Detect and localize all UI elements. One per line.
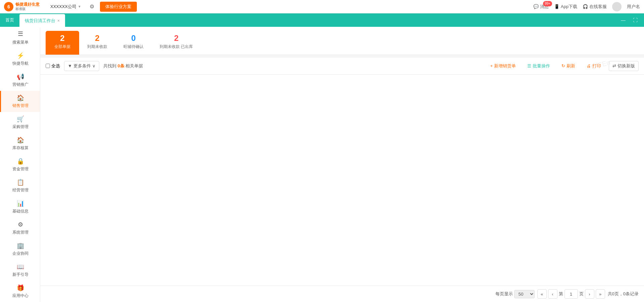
app-download-button[interactable]: 📱 App下载 [554, 4, 577, 10]
main-layout: ☰ 搜索菜单 ⚡ 快捷导航 📢 营销推广 🏠 销售管理 🛒 采购管理 🏠 库存核… [0, 27, 644, 302]
stat-overdue-out-label: 到期未收款 已出库 [160, 44, 193, 50]
company-name: XXXXXX公司 [50, 4, 76, 10]
search-menu-icon: ☰ [18, 30, 23, 38]
add-icon: + [490, 63, 493, 68]
sidebar-item-label: 资金管理 [12, 166, 29, 172]
stat-all-number: 2 [60, 34, 64, 43]
operations-icon: 📋 [17, 179, 24, 186]
sidebar-item-sales[interactable]: 🏠 销售管理 [0, 91, 40, 112]
sidebar-item-label: 库存核算 [12, 145, 29, 151]
sidebar-item-label: 经营管理 [12, 187, 29, 193]
tab-minimize-button[interactable]: — [619, 15, 628, 25]
add-order-button[interactable]: + 新增销货单 [486, 61, 520, 71]
tab-work[interactable]: 钱货日清工作台 × [19, 14, 65, 27]
first-page-icon: « [541, 292, 543, 297]
page-size-selector: 每页显示 50 100 200 [495, 290, 535, 298]
print-btn-label: 打印 [592, 63, 601, 69]
quick-nav-icon: ⚡ [17, 52, 24, 59]
logo-text: 畅捷通好生意 标准版 [15, 2, 40, 11]
filter-chevron-icon: ∨ [92, 63, 96, 68]
refresh-btn-label: 刷新 [567, 63, 575, 69]
service-icon: 🎧 [583, 4, 588, 9]
tab-home[interactable]: 首页 [0, 13, 19, 27]
tab-bar: 首页 钱货日清工作台 × — ⛶ [0, 13, 644, 27]
sidebar-item-label: 采购管理 [12, 124, 29, 130]
stat-overdue-out-number: 2 [174, 34, 178, 43]
stat-overdue-number: 2 [95, 34, 99, 43]
avatar[interactable] [612, 2, 622, 11]
top-header: 6 畅捷通好生意 标准版 XXXXXX公司 ▼ ⚙ 体验行业方案 💬 消息 99… [0, 0, 644, 13]
sidebar-item-label: 销售管理 [12, 103, 29, 109]
select-all-input[interactable] [46, 64, 50, 68]
tab-work-label: 钱货日清工作台 [25, 18, 55, 24]
first-page-button[interactable]: « [537, 289, 547, 299]
stats-tabs: 2 全部单据 2 到期未收款 0 旺辅待确认 2 到期未收款 已出库 [40, 27, 644, 55]
stat-tab-overdue[interactable]: 2 到期未收款 [79, 31, 115, 55]
stat-tab-pending[interactable]: 0 旺辅待确认 [115, 31, 152, 55]
sidebar-item-label: 新手引导 [12, 272, 29, 278]
prev-page-button[interactable]: ‹ [548, 289, 557, 299]
tab-close-icon[interactable]: × [57, 18, 60, 23]
base-info-icon: 📊 [17, 200, 24, 207]
stat-tab-overdue-out[interactable]: 2 到期未收款 已出库 [152, 31, 201, 55]
print-button[interactable]: 🖨 打印 [583, 61, 605, 71]
more-filter-label: 更多条件 [73, 63, 91, 69]
content-area: 2 全部单据 2 到期未收款 0 旺辅待确认 2 到期未收款 已出库 全选 [40, 27, 644, 302]
batch-operation-button[interactable]: ☰ 批量操作 [524, 61, 554, 71]
refresh-icon: ↻ [561, 63, 565, 68]
message-button[interactable]: 💬 消息 99+ [533, 4, 549, 10]
sidebar-item-guide[interactable]: 📖 新手引导 [0, 260, 40, 281]
gear-icon: ⚙ [90, 3, 94, 10]
last-page-button[interactable]: » [596, 289, 605, 299]
sales-icon: 🏠 [17, 94, 24, 102]
more-filter-button[interactable]: ▼ 更多条件 ∨ [64, 61, 99, 71]
sidebar-item-base-info[interactable]: 📊 基础信息 [0, 196, 40, 218]
switch-version-button[interactable]: ⇄ 切换新版 [609, 61, 639, 71]
service-label: 在线客服 [589, 4, 607, 10]
sidebar-item-app-center[interactable]: 🎁 应用中心 [0, 281, 40, 302]
sidebar: ☰ 搜索菜单 ⚡ 快捷导航 📢 营销推广 🏠 销售管理 🛒 采购管理 🏠 库存核… [0, 27, 40, 302]
online-service-button[interactable]: 🎧 在线客服 [583, 4, 607, 10]
select-all-checkbox[interactable]: 全选 [46, 63, 60, 69]
sidebar-item-operations[interactable]: 📋 经营管理 [0, 175, 40, 196]
page-suffix: 页 [579, 291, 584, 297]
guide-icon: 📖 [17, 263, 24, 270]
sidebar-item-marketing[interactable]: 📢 营销推广 [0, 70, 40, 91]
next-page-icon: › [589, 292, 590, 297]
toolbar-right: + 新增销货单 ☰ 批量操作 ↻ 刷新 🖨 打印 ⇄ 切换新版 [486, 61, 639, 71]
enterprise-icon: 🏢 [17, 242, 24, 249]
page-label: 第 [559, 291, 563, 297]
stat-tab-all[interactable]: 2 全部单据 [46, 31, 79, 55]
page-number-input[interactable] [565, 289, 578, 299]
next-page-button[interactable]: › [585, 289, 594, 299]
settings-button[interactable]: ⚙ [87, 2, 97, 11]
username[interactable]: 用户名 [627, 4, 640, 10]
stat-all-label: 全部单据 [54, 44, 70, 50]
sidebar-item-inventory[interactable]: 🏠 库存核算 [0, 133, 40, 154]
tab-bar-actions: — ⛶ [619, 15, 644, 25]
tab-maximize-button[interactable]: ⛶ [631, 15, 640, 25]
sidebar-item-system[interactable]: ⚙ 系统管理 [0, 218, 40, 239]
per-page-label: 每页显示 [495, 291, 513, 297]
finance-icon: 🔒 [17, 158, 24, 165]
sidebar-item-label: 应用中心 [12, 293, 29, 299]
sidebar-item-quick-nav[interactable]: ⚡ 快捷导航 [0, 49, 40, 70]
page-size-select-input[interactable]: 50 100 200 [514, 290, 535, 298]
experience-button[interactable]: 体验行业方案 [100, 2, 137, 12]
sidebar-item-label: 快捷导航 [12, 61, 29, 66]
company-selector[interactable]: XXXXXX公司 ▼ [48, 2, 84, 11]
found-text: 共找到 0条 相关单据 [103, 63, 143, 69]
message-badge: 99+ [543, 1, 552, 6]
sidebar-item-label: 营销推广 [12, 82, 29, 87]
marketing-icon: 📢 [17, 73, 24, 80]
app-download-label: App下载 [561, 4, 577, 10]
add-btn-label: 新增销货单 [494, 63, 516, 69]
sidebar-item-purchase[interactable]: 🛒 采购管理 [0, 112, 40, 133]
sidebar-item-enterprise[interactable]: 🏢 企业协同 [0, 239, 40, 260]
stat-pending-label: 旺辅待确认 [123, 44, 144, 50]
sidebar-item-search-menu[interactable]: ☰ 搜索菜单 [0, 27, 40, 49]
refresh-button[interactable]: ↻ 刷新 [558, 61, 579, 71]
sidebar-item-finance[interactable]: 🔒 资金管理 [0, 154, 40, 175]
page-nav: « ‹ 第 页 › » [537, 289, 605, 299]
switch-btn-label: 切换新版 [618, 63, 635, 69]
